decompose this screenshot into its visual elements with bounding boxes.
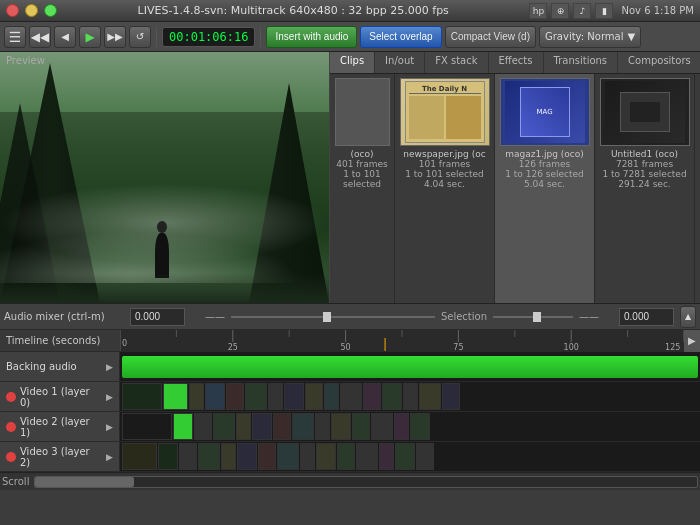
track-clip[interactable] [363, 383, 381, 410]
clip-name: magaz1.jpg (oco) [499, 149, 590, 159]
tab-effects[interactable]: Effects [489, 52, 544, 73]
track-label-v1: Video 1 (layer 0) ▶ [0, 382, 120, 411]
slider-thumb-right[interactable] [533, 312, 541, 322]
audio-right-value[interactable] [619, 308, 674, 326]
menu-button[interactable]: ☰ [4, 26, 26, 48]
track-name-v1: Video 1 (layer 0) [20, 386, 102, 408]
track-clip[interactable] [419, 383, 441, 410]
track-clip[interactable] [226, 383, 244, 410]
track-clip[interactable] [331, 413, 351, 440]
slider-thumb[interactable] [323, 312, 331, 322]
track-clip[interactable] [442, 383, 460, 410]
slider-left-arrow: —— [205, 311, 225, 322]
track-video3: Video 3 (layer 2) ▶ [0, 442, 700, 472]
clips-panel: (oco) 401 frames 1 to 101 selected The D… [330, 74, 700, 303]
scrollbar-thumb[interactable] [35, 477, 134, 487]
loop-button[interactable]: ↺ [129, 26, 151, 48]
track-clip[interactable] [371, 413, 393, 440]
tab-bar: Clips In/out FX stack Effects Transition… [330, 52, 700, 74]
track-clip[interactable] [268, 383, 283, 410]
horizontal-scrollbar[interactable] [34, 476, 698, 488]
track-expand-v2[interactable]: ▶ [106, 422, 113, 432]
track-clip[interactable] [221, 443, 236, 470]
track-clip[interactable] [236, 413, 251, 440]
track-clip[interactable] [394, 413, 409, 440]
track-clip[interactable] [300, 443, 315, 470]
track-clip[interactable] [316, 443, 336, 470]
track-clip[interactable] [395, 443, 415, 470]
track-clip[interactable] [122, 383, 162, 410]
list-item[interactable]: carr 179 1 to 17 29 [695, 74, 700, 303]
tab-clips[interactable]: Clips [330, 52, 375, 73]
track-clip[interactable] [252, 413, 272, 440]
timeline-scroll-right[interactable]: ▶ [684, 330, 700, 352]
selection-slider-right[interactable] [493, 316, 573, 318]
track-clip[interactable] [198, 443, 220, 470]
selection-slider[interactable] [231, 316, 435, 318]
audio-left-value[interactable] [130, 308, 185, 326]
tab-transitions[interactable]: Transitions [544, 52, 619, 73]
track-content-v3[interactable] [120, 442, 700, 471]
track-expand-v1[interactable]: ▶ [106, 392, 113, 402]
list-item[interactable]: The Daily N newspaper.jpg (oc 101 frames… [395, 74, 495, 303]
track-clip[interactable] [122, 443, 157, 470]
play-button[interactable]: ▶ [79, 26, 101, 48]
track-clip[interactable] [237, 443, 257, 470]
list-item[interactable]: (oco) 401 frames 1 to 101 selected [330, 74, 395, 303]
track-clip[interactable] [340, 383, 362, 410]
select-overlap-button[interactable]: Select overlap [360, 26, 441, 48]
rewind-button[interactable]: ◀ [54, 26, 76, 48]
track-clip[interactable] [179, 443, 197, 470]
track-clip[interactable] [158, 443, 178, 470]
tab-compositors[interactable]: Compositors [618, 52, 700, 73]
tab-fxstack[interactable]: FX stack [425, 52, 488, 73]
insert-audio-button[interactable]: Insert with audio [266, 26, 357, 48]
track-clip[interactable] [410, 413, 430, 440]
track-dot-v1 [6, 392, 16, 402]
track-clip[interactable] [337, 443, 355, 470]
close-button[interactable] [6, 4, 19, 17]
track-clip[interactable] [284, 383, 304, 410]
track-clip[interactable] [352, 413, 370, 440]
list-item[interactable]: MAG magaz1.jpg (oco) 126 frames 1 to 126… [495, 74, 595, 303]
gravity-dropdown[interactable]: Gravity: Normal ▼ [539, 26, 641, 48]
track-clip[interactable] [189, 383, 204, 410]
track-clip[interactable] [205, 383, 225, 410]
track-clip[interactable] [315, 413, 330, 440]
maximize-button[interactable] [44, 4, 57, 17]
track-clip[interactable] [213, 413, 235, 440]
track-clip[interactable] [277, 443, 299, 470]
track-expand-backing[interactable]: ▶ [106, 362, 113, 372]
track-clip[interactable] [403, 383, 418, 410]
compact-view-button[interactable]: Compact View (d) [445, 26, 536, 48]
list-item[interactable]: Untitled1 (oco) 7281 frames 1 to 7281 se… [595, 74, 695, 303]
timeline-ruler[interactable]: 0 25 50 75 100 125 [120, 330, 684, 351]
forward-button[interactable]: ▶▶ [104, 26, 126, 48]
track-content-v1[interactable] [120, 382, 700, 411]
track-clip[interactable] [379, 443, 394, 470]
track-clip[interactable] [122, 413, 172, 440]
track-clip[interactable] [245, 383, 267, 410]
clip-time: 291.24 sec. [618, 179, 670, 189]
scroll-label: Scroll [2, 476, 32, 487]
track-clip[interactable] [305, 383, 323, 410]
track-clip[interactable] [258, 443, 276, 470]
main-area: Preview Clips In/out FX stack Effe [0, 52, 700, 304]
track-clip[interactable] [324, 383, 339, 410]
track-clip[interactable] [194, 413, 212, 440]
track-clip[interactable] [273, 413, 291, 440]
track-clip[interactable] [416, 443, 434, 470]
tab-inout[interactable]: In/out [375, 52, 425, 73]
back-button[interactable]: ◀◀ [29, 26, 51, 48]
minimize-button[interactable] [25, 4, 38, 17]
track-clip[interactable] [173, 413, 193, 440]
track-expand-v3[interactable]: ▶ [106, 452, 113, 462]
track-clip[interactable] [382, 383, 402, 410]
track-content-backing[interactable] [120, 352, 700, 381]
audio-up-button[interactable]: ▲ [680, 306, 696, 328]
track-content-v2[interactable] [120, 412, 700, 441]
track-clip[interactable] [163, 383, 188, 410]
track-clip[interactable] [356, 443, 378, 470]
timecode-display[interactable]: 00:01:06:16 [162, 27, 255, 47]
track-clip[interactable] [292, 413, 314, 440]
